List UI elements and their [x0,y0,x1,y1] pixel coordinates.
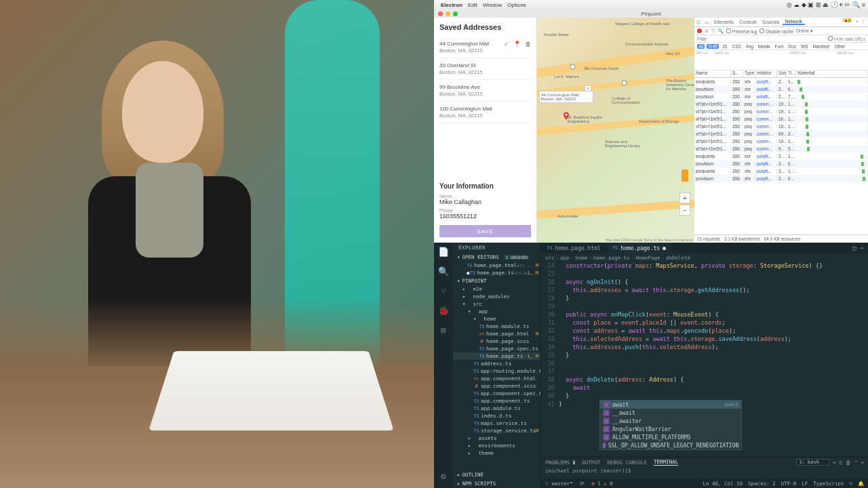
file-item[interactable]: TSaddress.ts [453,360,540,367]
new-terminal-icon[interactable]: + [833,460,836,466]
network-row[interactable]: vt?pb=!1m5!1...200pngcomm...16...1... [694,115,868,123]
file-item[interactable]: TShome.page.ts1, M [453,352,540,360]
menubar-status[interactable]: ◎ ☁ ◆ ▣ ⊞ ⏏ 🕑 ◐ ᯅ 🔍 ≡ [787,1,865,8]
network-row[interactable]: vt?pb=!1m5!1...200pngcomm...19...1... [694,108,868,115]
cursor-position[interactable]: Ln 40, Col 10 [703,481,743,487]
debug-icon[interactable]: 🐞 [438,306,449,316]
git-branch[interactable]: ⑂ master* [545,481,573,487]
terminal-body[interactable]: [michael pinpoint (master)]$ [541,467,868,474]
open-editors-section[interactable]: ▾ OPEN EDITORS1 UNSAVED [453,253,540,262]
network-row[interactable]: vt?pb=!1m5!1...200pngcomm...19...1... [694,100,868,108]
throttling-select[interactable]: Online ▾ [796,28,813,34]
window-close[interactable] [438,12,443,16]
name-field[interactable]: Mike Callaghan [439,199,531,205]
search-icon[interactable]: 🔍 [717,28,724,34]
timeline[interactable]: 500 ms 1000 ms 10000 ms 20000 ms [694,50,868,70]
search-icon[interactable]: 🔍 [438,266,449,277]
preserve-log-checkbox[interactable] [726,28,731,33]
folder-item[interactable]: ▸ environments [453,442,540,449]
address-item[interactable]: 99 Brookline AveBoston, MA, 02215 [439,80,531,102]
npm-section[interactable]: ▸ NPM SCRIPTS [453,479,540,488]
network-row[interactable]: vt?pb=!1m5!1...200pngcomm...9...5... [694,145,868,152]
breadcrumb-item[interactable]: HomePage [635,255,660,261]
window-zoom[interactable] [453,12,458,16]
network-row[interactable]: vt?pb=!1m5!1...200pngcomm...19...1... [694,138,868,145]
terminal-select[interactable]: 1: bash [796,459,829,466]
window-minimize[interactable] [446,12,450,16]
folder-item[interactable]: ▾ src [453,300,540,308]
filter-media[interactable]: Media [757,44,772,49]
network-row[interactable]: provision200xhrpolyfil...2...6... [694,160,868,167]
status-bar[interactable]: ⑂ master* ⟳ ⊗ 1 ⚠ 0 Ln 40, Col 10 Spaces… [541,479,868,488]
tab-debug[interactable]: DEBUG CONSOLE [607,460,647,466]
split-terminal-icon[interactable]: ◫ [839,460,842,466]
encoding[interactable]: UTF-8 [781,481,797,487]
tab-terminal[interactable]: TERMINAL [654,459,678,466]
code-area[interactable]: 242526272829303132333435363738394041 con… [541,262,868,457]
filter-font[interactable]: Font [774,44,785,49]
editor-tab[interactable]: TS home.page.ts [607,243,672,253]
window-titlebar[interactable]: Pinpoint [434,9,868,18]
folder-item[interactable]: ▾ app [453,308,540,315]
activity-bar[interactable]: 📄 🔍 ⑂ 🐞 ⊞ ⚙ [434,243,453,488]
tab-sources[interactable]: Sources [760,20,783,24]
filter-icon[interactable]: ▽ [711,28,715,34]
extensions-icon[interactable]: ⊞ [441,325,446,336]
editor-more-icon[interactable]: ⋯ [861,245,864,251]
map[interactable]: Sargent College of Health and Noodle Str… [537,18,694,243]
split-editor-icon[interactable]: ◫ [852,245,856,251]
devtools-close-icon[interactable]: × [856,19,859,24]
file-item[interactable]: TSapp.component.spec.ts [453,390,540,397]
device-mode-icon[interactable]: ▭ [703,20,711,25]
address-item[interactable]: 44 Cummington MallBoston, MA, 02215✓📍🗑 [439,37,531,58]
network-row[interactable]: provision200xhrpolyfil...2...6... [694,85,868,93]
filter-xhr[interactable]: XHR [707,44,719,49]
maximize-icon[interactable]: ^ [854,460,858,466]
intellisense-popup[interactable]: □awaitawait□__await□__awaiter□AngularWai… [599,400,742,450]
project-section[interactable]: ▾ PINPOINT [453,277,540,285]
suggestion-item[interactable]: □__await [600,409,741,417]
gear-icon[interactable]: ⚙ [441,471,446,481]
mac-menubar[interactable]: Electron Edit Window Options ◎ ☁ ◆ ▣ ⊞ ⏏… [434,0,868,9]
network-row[interactable]: vt?pb=!1m5!1...200pngcomm...19...1... [694,123,868,130]
bell-icon[interactable]: 🔔 [858,481,864,487]
outline-section[interactable]: ▸ OUTLINE [453,470,540,479]
file-item[interactable]: TSapp-routing.module.ts [453,367,540,375]
errors[interactable]: ⊗ 1 ⚠ 0 [591,481,613,487]
filter-ws[interactable]: WS [800,44,809,49]
editor-tab[interactable]: TS home.page.html [541,243,607,253]
indent[interactable]: Spaces: 2 [748,481,776,487]
clear-button[interactable]: ⊘ [705,28,709,34]
menu-window[interactable]: Window [483,2,502,8]
filter-doc[interactable]: Doc [787,44,798,49]
folder-item[interactable]: ▸ theme [453,449,540,457]
tab-network[interactable]: Network [783,19,806,25]
breadcrumb-item[interactable]: src [545,255,555,261]
explorer-sidebar[interactable]: EXPLORER ▾ OPEN EDITORS1 UNSAVED TShome.… [453,243,541,488]
pin-icon[interactable]: 📍 [513,41,521,47]
check-icon[interactable]: ✓ [504,41,509,47]
sync-icon[interactable]: ⟳ [580,481,585,487]
filter-manifest[interactable]: Manifest [812,44,831,49]
file-item[interactable]: TSstorage.service.tsM [453,427,540,434]
filter-css[interactable]: CSS [731,44,743,49]
open-file[interactable]: TShome.page.html src...M [453,262,540,269]
breadcrumb-item[interactable]: app [560,255,570,261]
filter-js[interactable]: JS [721,44,729,49]
save-button[interactable]: SAVE [439,225,531,237]
file-item[interactable]: TSapp.component.ts [453,397,540,405]
network-row[interactable]: vt?pb=!1m5!1...200pngcomm...69...2... [694,130,868,138]
filter-all[interactable]: All [697,44,705,49]
folder-item[interactable]: ▸ e2e [453,285,540,293]
explorer-icon[interactable]: 📄 [438,247,449,257]
file-item[interactable]: #home.page.scss [453,338,540,345]
inspect-icon[interactable]: ⊡ [694,20,703,25]
file-item[interactable]: TSapp.module.ts [453,405,540,412]
tab-console[interactable]: Console [736,20,760,24]
network-row[interactable]: endpoints200xhrpolyfil...2...1... [694,167,868,175]
feedback-icon[interactable]: ☺ [849,481,852,487]
menu-options[interactable]: Options [507,2,526,8]
folder-item[interactable]: ▸ assets [453,434,540,442]
network-row[interactable]: endpoints200xhrpolyfil...2...1... [694,152,868,160]
kill-terminal-icon[interactable]: 🗑 [846,460,851,466]
